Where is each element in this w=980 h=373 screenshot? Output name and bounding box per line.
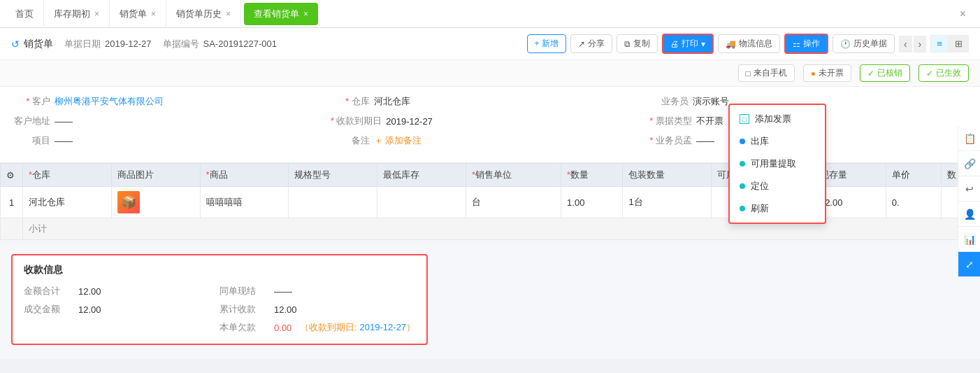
sales-value: —— <box>696 136 714 146</box>
refresh-dot <box>740 206 745 211</box>
total-amount-label: 金额合计 <box>24 285 73 297</box>
staff-label: 业务员 <box>649 95 689 108</box>
tab-view-sales-close[interactable]: × <box>303 9 308 19</box>
ticket-value: 不开票 <box>696 115 723 127</box>
share-label: 分享 <box>588 38 605 50</box>
same-order-label: 同单现结 <box>219 285 268 297</box>
from-phone-label: 来自手机 <box>754 67 787 79</box>
history-button[interactable]: 🕐 历史单据 <box>833 34 895 53</box>
print-dropdown-arrow: ▾ <box>701 39 705 49</box>
sidebar-user-icon[interactable]: 👤 <box>958 202 980 227</box>
print-button[interactable]: 🖨 打印 ▾ <box>662 34 714 54</box>
operation-button[interactable]: ⚏ 操作 <box>784 34 828 54</box>
owed-label: 本单欠款 <box>219 321 268 334</box>
copy-button[interactable]: ⧉ 复制 <box>617 34 658 53</box>
invoice-icon: ● <box>811 69 816 78</box>
dropdown-locate[interactable]: 定位 <box>730 175 825 197</box>
customer-value[interactable]: 柳州粤港平安气体有限公司 <box>55 95 164 108</box>
tab-bar: 首页 库存期初 × 销货单 × 销货单历史 × 查看销货单 × × <box>0 0 980 28</box>
copy-icon: ⧉ <box>624 39 630 49</box>
doc-type-icon: ↺ <box>11 38 20 50</box>
global-close[interactable]: × <box>951 8 974 20</box>
tab-history-close[interactable]: × <box>226 9 231 19</box>
owed-value: 0.00 <box>274 323 291 333</box>
prev-button[interactable]: ‹ <box>899 36 912 52</box>
logistics-button[interactable]: 🚚 物流信息 <box>718 34 780 53</box>
dropdown-available[interactable]: 可用量提取 <box>730 153 825 175</box>
customer-label: 客户 <box>11 95 50 108</box>
sidebar-expand-icon[interactable]: ⤢ <box>958 252 980 277</box>
print-label: 打印 <box>682 38 698 50</box>
verified-button[interactable]: ✓ 已核销 <box>860 64 910 82</box>
dropdown-outbound[interactable]: 出库 <box>730 130 825 153</box>
effective-icon: ✓ <box>926 69 933 78</box>
verified-icon: ✓ <box>867 69 874 78</box>
tab-home-label: 首页 <box>15 8 34 20</box>
history-icon: 🕐 <box>840 39 851 49</box>
subtotal-label: 小计 <box>23 218 980 240</box>
add-notes-button[interactable]: ＋ 添加备注 <box>374 134 421 147</box>
doc-date-value: 2019-12-27 <box>105 38 152 49</box>
grid-view-button[interactable]: ⊞ <box>949 35 969 52</box>
history-label: 历史单据 <box>853 38 887 50</box>
warehouse-value: 河北仓库 <box>374 95 410 108</box>
tab-inventory[interactable]: 库存期初 × <box>44 0 110 28</box>
effective-button[interactable]: ✓ 已生效 <box>918 64 969 82</box>
address-value: —— <box>55 116 73 127</box>
dropdown-add-invoice[interactable]: □ 添加发票 <box>730 108 825 130</box>
list-view-button[interactable]: ≡ <box>930 35 949 52</box>
sidebar-chart-icon[interactable]: 📊 <box>958 227 980 252</box>
dropdown-refresh[interactable]: 刷新 <box>730 197 825 220</box>
row-image: 📦 <box>111 187 200 218</box>
new-button[interactable]: + 新增 <box>527 34 566 53</box>
staff-value: 演示账号 <box>693 95 729 108</box>
sidebar-copy-icon[interactable]: 📋 <box>958 126 980 151</box>
operation-icon: ⚏ <box>793 39 800 49</box>
project-value: —— <box>55 136 73 146</box>
total-received-label: 累计收款 <box>219 303 268 316</box>
row-spec <box>289 187 377 218</box>
tab-sales[interactable]: 销货单 × <box>110 0 166 28</box>
total-received-row: 累计收款 12.00 <box>219 302 415 317</box>
tab-home[interactable]: 首页 <box>6 0 44 28</box>
same-order-value: —— <box>274 286 292 297</box>
from-phone-button[interactable]: □ 来自手机 <box>738 64 795 82</box>
owed-note: （收款到期日: 2019-12-27） <box>300 321 415 334</box>
share-icon: ↗ <box>578 39 585 49</box>
warehouse-field: 仓库 河北仓库 <box>331 95 650 108</box>
table-row: 1 河北仓库 📦 嘻嘻嘻嘻 台 1.00 1台 12.00 0. <box>1 187 980 218</box>
payment-info-box: 收款信息 金额合计 12.00 同单现结 —— 成交金额 12.00 累计收款 … <box>11 254 428 345</box>
tab-history[interactable]: 销货单历史 × <box>166 0 241 28</box>
doc-type-label: 销货单 <box>24 38 53 50</box>
sidebar-back-icon[interactable]: ↩ <box>958 176 980 202</box>
nav-arrows: ‹ › <box>899 36 926 52</box>
doc-title: ↺ 销货单 <box>11 38 53 50</box>
tab-view-sales[interactable]: 查看销货单 × <box>244 3 318 25</box>
sidebar-link-icon[interactable]: 🔗 <box>958 151 980 176</box>
share-button[interactable]: ↗ 分享 <box>570 34 612 53</box>
locate-dot <box>740 183 745 189</box>
verified-label: 已核销 <box>877 67 902 79</box>
sales-label: 业务员孟 <box>649 134 692 147</box>
col-min-stock: 最低库存 <box>377 164 466 187</box>
row-product: 嘻嘻嘻嘻 <box>200 187 289 218</box>
col-unit: *销售单位 <box>466 164 561 187</box>
add-notes-label: 添加备注 <box>385 134 421 147</box>
same-order-row: 同单现结 —— <box>219 283 415 299</box>
due-field: 收款到期日 2019-12-27 <box>331 115 650 127</box>
col-warehouse: *仓库 <box>23 164 112 187</box>
dropdown-menu: □ 添加发票 出库 可用量提取 定位 刷新 <box>728 104 826 224</box>
deal-amount-value: 12.00 <box>78 304 101 315</box>
product-image: 📦 <box>117 191 140 213</box>
bottom-section: 收款信息 金额合计 12.00 同单现结 —— 成交金额 12.00 累计收款 … <box>0 240 980 359</box>
doc-meta: 单据日期 2019-12-27 单据编号 SA-20191227-001 <box>64 38 516 50</box>
row-min-stock <box>377 187 466 218</box>
tab-inventory-close[interactable]: × <box>94 9 99 19</box>
no-invoice-button[interactable]: ● 未开票 <box>803 64 851 82</box>
row-warehouse: 河北仓库 <box>23 187 112 218</box>
logistics-label: 物流信息 <box>739 38 772 50</box>
tab-sales-close[interactable]: × <box>151 9 156 19</box>
col-product: *商品 <box>200 164 289 187</box>
notes-field: 备注 ＋ 添加备注 <box>331 134 650 147</box>
next-button[interactable]: › <box>914 36 927 52</box>
